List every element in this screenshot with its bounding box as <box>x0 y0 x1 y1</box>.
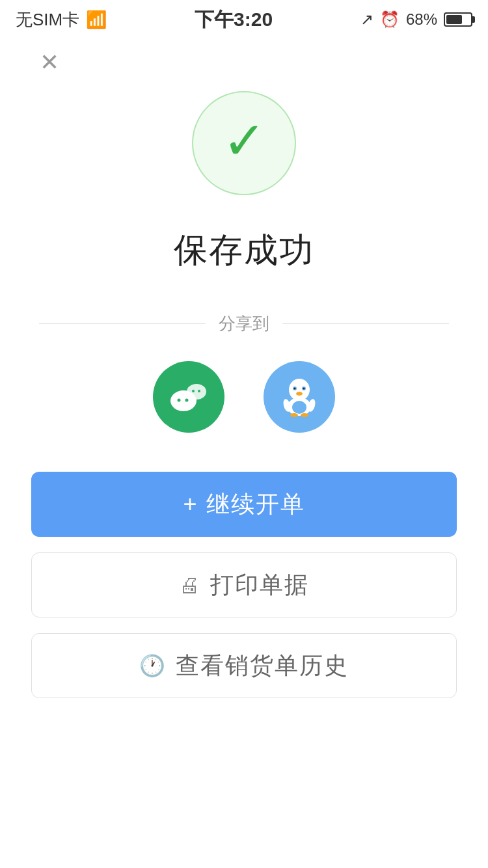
continue-button[interactable]: + 继续开单 <box>31 472 457 537</box>
svg-point-4 <box>192 390 195 392</box>
svg-point-6 <box>289 379 310 401</box>
wifi-icon: 📶 <box>86 10 107 30</box>
history-button[interactable]: 🕐 查看销货单历史 <box>31 633 457 698</box>
alarm-icon: ⏰ <box>380 10 400 29</box>
share-icons <box>153 361 335 433</box>
wechat-share-button[interactable] <box>153 361 224 433</box>
share-section: 分享到 <box>0 312 488 433</box>
svg-point-9 <box>294 388 296 390</box>
history-icon: 🕐 <box>139 653 165 678</box>
action-buttons: + 继续开单 🖨 打印单据 🕐 查看销货单历史 <box>0 472 488 698</box>
success-title: 保存成功 <box>174 228 314 273</box>
print-button-label: 打印单据 <box>210 569 309 601</box>
close-icon: ✕ <box>40 49 59 76</box>
svg-point-14 <box>290 413 298 417</box>
qq-share-button[interactable] <box>264 361 335 433</box>
svg-point-11 <box>296 392 303 396</box>
status-time: 下午3:20 <box>195 7 273 33</box>
status-right: ↗ ⏰ 68% <box>360 10 472 29</box>
svg-point-2 <box>185 399 189 402</box>
continue-button-label: + 继续开单 <box>183 489 305 521</box>
carrier-text: 无SIM卡 <box>16 8 79 31</box>
print-button[interactable]: 🖨 打印单据 <box>31 552 457 617</box>
status-bar: 无SIM卡 📶 下午3:20 ↗ ⏰ 68% <box>0 0 488 39</box>
svg-point-3 <box>187 384 206 400</box>
svg-point-1 <box>178 399 181 402</box>
success-circle: ✓ <box>192 91 296 195</box>
battery-icon <box>444 12 472 27</box>
svg-point-5 <box>198 390 200 392</box>
wechat-icon <box>169 380 208 414</box>
svg-point-10 <box>303 388 305 390</box>
divider-right <box>282 323 449 324</box>
status-left: 无SIM卡 📶 <box>16 8 107 31</box>
location-icon: ↗ <box>360 10 373 29</box>
share-divider: 分享到 <box>0 312 488 335</box>
history-button-label: 查看销货单历史 <box>176 650 349 682</box>
divider-left <box>39 323 206 324</box>
print-icon: 🖨 <box>179 573 200 597</box>
svg-point-15 <box>301 413 308 417</box>
share-label: 分享到 <box>219 312 269 335</box>
battery-percent: 68% <box>406 10 437 29</box>
qq-icon <box>280 377 318 417</box>
close-button[interactable]: ✕ <box>33 46 66 79</box>
checkmark-icon: ✓ <box>223 115 266 167</box>
svg-point-13 <box>292 401 306 414</box>
main-content: ✓ 保存成功 分享到 <box>0 39 488 698</box>
